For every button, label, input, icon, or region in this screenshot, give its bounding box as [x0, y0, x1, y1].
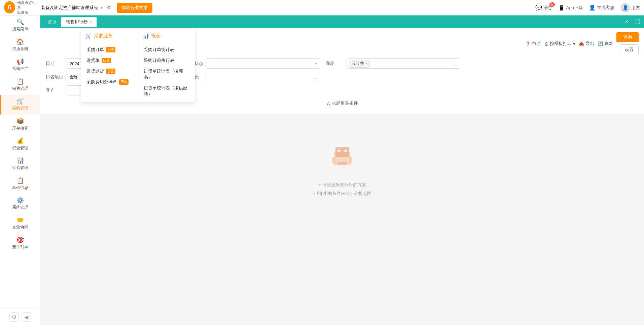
purchase-title-icon: 🛒	[85, 33, 92, 39]
empty-state: 请先选择要分析的方案 用[过滤]条件来缩小分析范围	[40, 113, 644, 225]
finance-icon: 💰	[16, 138, 24, 144]
salesman-more-icon[interactable]: ...	[313, 74, 317, 80]
logo: 6 畅捷通好生意 标准版	[4, 0, 38, 15]
dropdown-item-cost-alloc[interactable]: 采购费用分摊单 历史	[85, 77, 134, 87]
active-bar	[0, 95, 1, 115]
sidebar-item-navigation[interactable]: 🏠 快捷导航	[0, 35, 40, 55]
order-status-select[interactable]: ▾	[207, 58, 320, 69]
sidebar: 🔍 搜索菜单 🏠 快捷导航 📢 营销推广 📋 销售管理 🛒 采购管理 📦 库存核…	[0, 15, 40, 325]
dropdown-item-po-stats[interactable]: 采购订单统计表	[142, 44, 191, 55]
export-btn[interactable]: 📤 导出	[579, 41, 594, 47]
content-area: 首页 销售排行榜 × × ⛶ ❓ 帮助	[40, 15, 644, 325]
purchase-icon: 🛒	[16, 98, 24, 104]
export-icon: 📤	[579, 41, 584, 46]
window-maximize-icon[interactable]: ⛶	[633, 18, 641, 26]
inventory-icon: 📦	[16, 118, 24, 124]
dropdown-item-po-exec[interactable]: 采购订单执行表	[142, 55, 191, 66]
dropdown-menu: 🛒 采购业务 采购订单 历史 进货单 历史 进货退货 历史 采购费用分摊单	[81, 28, 195, 103]
dropdown-col-purchase: 🛒 采购业务 采购订单 历史 进货单 历史 进货退货 历史 采购费用分摊单	[81, 33, 138, 99]
goods-select[interactable]: 设计费 × ...	[347, 58, 460, 69]
print-btn[interactable]: 🖨 按模板打印 ▾	[544, 41, 575, 47]
refresh-icon: 🔄	[598, 41, 603, 46]
sidebar-item-collab[interactable]: 🤝 企业协同	[0, 214, 40, 234]
date-label: 日期	[46, 60, 65, 67]
dropdown-col1-title: 🛒 采购业务	[85, 33, 134, 41]
logo-icon: 6	[4, 1, 15, 13]
empty-text-2: 用[过滤]条件来缩小分析范围	[313, 191, 372, 197]
reports-title-icon: 📊	[142, 33, 149, 39]
sidebar-item-operations[interactable]: 📊 经营管理	[0, 154, 40, 174]
dropdown-item-incoming-stats-supplier[interactable]: 进货单统计表（按供应商）	[142, 83, 191, 99]
topbar: 6 畅捷通好生意 标准版 装备及固定资产辅助管理系统 ▾ ⚙ 体验行业方案 💬 …	[0, 0, 644, 15]
message-btn[interactable]: 💬 5 消息	[535, 4, 552, 11]
sidebar-settings-btn[interactable]: ⚙	[9, 312, 19, 322]
query-btn[interactable]: 查询	[616, 32, 639, 42]
tab-bar: 首页 销售排行榜 × × ⛶	[40, 15, 644, 28]
cost-alloc-badge: 历史	[119, 79, 129, 85]
dropdown-item-incoming[interactable]: 进货单 历史	[85, 55, 134, 66]
empty-text-1: 请先选择要分析的方案	[318, 182, 366, 188]
collab-icon: 🤝	[16, 217, 24, 223]
print-dropdown-icon: ▾	[573, 41, 575, 46]
collapse-up-icon: ⋀	[327, 101, 330, 106]
gear-icon[interactable]: ⚙	[104, 3, 113, 12]
sidebar-item-newbie[interactable]: 🎯 新手引导	[0, 234, 40, 253]
dropdown-item-return[interactable]: 进货退货 历史	[85, 66, 134, 77]
marketing-icon: 📢	[16, 58, 24, 65]
goods-field: 商品 设计费 × ...	[326, 58, 460, 69]
newbie-icon: 🎯	[16, 237, 24, 243]
refresh-btn[interactable]: 🔄 刷新	[598, 41, 613, 47]
title-dropdown-icon[interactable]: ▾	[101, 5, 103, 10]
dropdown-item-incoming-stats-goods[interactable]: 进货单统计表（按商品）	[142, 66, 191, 83]
svg-point-2	[337, 150, 340, 152]
tab-bar-right: × ⛶	[622, 18, 641, 26]
incoming-badge: 历史	[102, 58, 111, 63]
logo-text: 畅捷通好生意 标准版	[17, 0, 38, 15]
svg-rect-5	[332, 157, 335, 164]
sysadmin-icon: ⚙️	[16, 197, 24, 203]
avatar: 👤	[620, 3, 630, 12]
sidebar-item-search[interactable]: 🔍 搜索菜单	[0, 15, 40, 35]
app-download-btn[interactable]: 📱 App下载	[558, 4, 583, 11]
sidebar-item-marketing[interactable]: 📢 营销推广	[0, 55, 40, 75]
sidebar-item-basicinfo[interactable]: 📋 基础信息	[0, 174, 40, 194]
home-icon: 🏠	[16, 39, 24, 45]
customer-label: 客户	[46, 87, 65, 93]
sidebar-item-sysadmin[interactable]: ⚙️ 系统管理	[0, 194, 40, 214]
salesman-select[interactable]: ...	[207, 72, 320, 82]
dropdown-col2-title: 📊 报表	[142, 33, 191, 41]
help-icon: ❓	[525, 41, 531, 46]
svg-rect-4	[337, 162, 347, 165]
search-icon: 🔍	[16, 19, 24, 25]
purchase-order-badge: 历史	[106, 47, 115, 52]
window-close-icon[interactable]: ×	[622, 18, 631, 26]
dropdown-item-purchase-order[interactable]: 采购订单 历史	[85, 44, 134, 55]
system-title: 装备及固定资产辅助管理系统 ▾	[41, 5, 103, 11]
basicinfo-icon: 📋	[16, 177, 24, 184]
svg-rect-1	[335, 147, 349, 157]
sidebar-item-inventory[interactable]: 📦 库存核算	[0, 115, 40, 134]
sales-icon: 📋	[16, 78, 24, 84]
tab-home[interactable]: 首页	[43, 17, 61, 27]
sidebar-collapse-btn[interactable]: ◀	[22, 312, 31, 322]
topbar-right: 💬 5 消息 📱 App下载 👤 在线客服 👤 用友	[535, 3, 640, 12]
goods-tag-close[interactable]: ×	[365, 62, 367, 66]
user-btn[interactable]: 👤 用友	[620, 3, 640, 12]
sidebar-item-finance[interactable]: 💰 资金管理	[0, 134, 40, 154]
tab-close-icon[interactable]: ×	[90, 20, 92, 24]
rank-label: 排名项目	[46, 74, 65, 80]
message-badge: 5	[549, 2, 555, 7]
dropdown-col-reports: 📊 报表 采购订单统计表 采购订单执行表 进货单统计表（按商品） 进货单统计表（…	[138, 33, 195, 99]
sidebar-bottom: ⚙ ◀	[0, 309, 40, 325]
settings-btn[interactable]: 设置	[620, 44, 639, 55]
sidebar-item-purchase[interactable]: 🛒 采购管理	[0, 95, 40, 115]
industry-btn[interactable]: 体验行业方案	[117, 3, 152, 13]
goods-more-icon[interactable]: ...	[453, 61, 457, 67]
goods-tag: 设计费 ×	[350, 60, 370, 68]
tab-sales-ranking[interactable]: 销售排行榜 ×	[61, 17, 97, 27]
online-service-btn[interactable]: 👤 在线客服	[589, 4, 614, 11]
main-layout: 🔍 搜索菜单 🏠 快捷导航 📢 营销推广 📋 销售管理 🛒 采购管理 📦 库存核…	[0, 15, 644, 325]
goods-label: 商品	[326, 60, 345, 67]
help-btn[interactable]: ❓ 帮助	[525, 41, 541, 47]
sidebar-item-sales[interactable]: 📋 销售管理	[0, 75, 40, 95]
